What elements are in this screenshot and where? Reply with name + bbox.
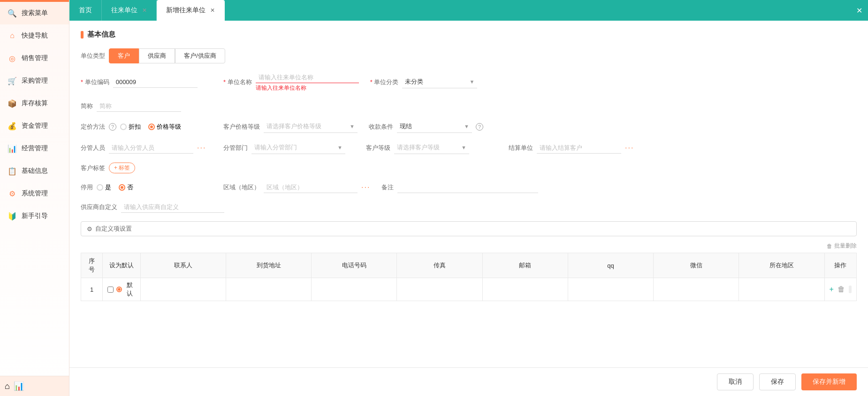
disabled-yes-radio[interactable]: 是 — [97, 183, 111, 192]
table-row: 1 默认 — [81, 278, 857, 301]
disabled-row: 停用 是 否 区域（地区） ··· 备注 — [81, 182, 857, 193]
sidebar-item-guide[interactable]: 🔰 新手引导 — [0, 205, 69, 227]
sidebar-item-quick-nav[interactable]: ⌂ 快捷导航 — [0, 24, 69, 47]
default-radio-cell[interactable]: 默认 — [116, 281, 135, 298]
sidebar-item-operations[interactable]: 📊 经营管理 — [0, 137, 69, 160]
cell-wechat[interactable] — [654, 278, 739, 301]
pricing-discount-circle — [120, 124, 127, 130]
unit-type-customer-btn[interactable]: 客户 — [109, 48, 139, 63]
manager-input[interactable] — [109, 142, 193, 154]
sidebar-item-purchase[interactable]: 🛒 采购管理 — [0, 70, 69, 92]
qq-input[interactable] — [573, 286, 648, 293]
sidebar-item-finance[interactable]: 💰 资金管理 — [0, 115, 69, 137]
delete-row-button[interactable]: 🗑 — [838, 285, 845, 294]
unit-category-select[interactable]: 未分类 ▼ — [402, 76, 477, 88]
unit-category-value: 未分类 — [405, 78, 423, 86]
sidebar-bottom-bars: 📊 — [14, 381, 24, 391]
cell-contact[interactable] — [140, 278, 226, 301]
short-name-input[interactable] — [97, 101, 181, 112]
tab-new-partner[interactable]: 新增往来单位 ✕ — [157, 0, 225, 21]
department-select[interactable]: 请输入分管部门 ▼ — [251, 141, 345, 154]
unit-type-row: 单位类型 客户 供应商 客户/供应商 — [81, 48, 857, 63]
close-all-button[interactable]: ✕ — [856, 6, 862, 15]
sidebar-item-basic-info[interactable]: 📋 基础信息 — [0, 160, 69, 182]
supplier-custom-row: 供应商自定义 — [81, 202, 857, 213]
settlement-input[interactable] — [537, 142, 621, 154]
custom-settings-button[interactable]: ⚙ 自定义项设置 — [81, 221, 857, 236]
sidebar-label-system: 系统管理 — [22, 189, 48, 198]
payment-terms-select[interactable]: 现结 ▼ — [397, 120, 472, 133]
short-name-group: 简称 — [81, 101, 212, 112]
customer-price-select[interactable]: 请选择客户价格等级 ▼ — [264, 120, 358, 133]
disabled-yes-circle — [97, 184, 103, 191]
payment-terms-label: 收款条件 — [369, 123, 393, 131]
supplier-custom-input[interactable] — [121, 202, 224, 213]
disabled-no-radio[interactable]: 否 — [119, 183, 133, 192]
settlement-more-btn[interactable]: ··· — [625, 144, 634, 152]
cancel-button[interactable]: 取消 — [717, 373, 754, 390]
customer-level-placeholder: 请选择客户等级 — [397, 143, 440, 152]
unit-type-group-container: 单位类型 客户 供应商 客户/供应商 — [81, 48, 225, 63]
remark-input[interactable] — [397, 182, 538, 193]
cell-phone[interactable] — [312, 278, 397, 301]
main-area: 首页 往来单位 ✕ 新增往来单位 ✕ ✕ 基本信息 单位类型 客户 供应商 客户… — [69, 0, 868, 396]
cell-default: 默认 — [103, 278, 140, 301]
unit-code-input[interactable] — [113, 77, 198, 88]
cell-address[interactable] — [226, 278, 312, 301]
unit-name-input[interactable] — [256, 72, 359, 83]
email-input[interactable] — [487, 286, 563, 293]
customer-level-select[interactable]: 请选择客户等级 ▼ — [394, 141, 469, 154]
pricing-help-icon[interactable]: ? — [109, 123, 116, 131]
department-arrow: ▼ — [337, 145, 343, 150]
cell-region[interactable] — [739, 278, 824, 301]
remark-label: 备注 — [381, 183, 394, 192]
pricing-level-radio[interactable]: 价格等级 — [148, 123, 181, 131]
fax-input[interactable] — [402, 286, 477, 293]
save-and-new-button[interactable]: 保存并新增 — [801, 373, 857, 390]
cell-fax[interactable] — [397, 278, 482, 301]
add-tag-button[interactable]: + 标签 — [109, 163, 135, 173]
address-input[interactable] — [231, 286, 306, 293]
customer-price-group: 客户价格等级 请选择客户价格等级 ▼ — [223, 120, 358, 133]
purchase-icon: 🛒 — [8, 76, 17, 85]
row-checkbox[interactable] — [107, 287, 114, 293]
supplier-custom-group: 供应商自定义 — [81, 202, 224, 213]
col-ops: 操作 — [824, 253, 856, 278]
contact-input[interactable] — [145, 286, 221, 293]
disabled-no-circle — [119, 184, 125, 191]
section-icon — [81, 31, 84, 39]
disabled-group: 停用 是 否 — [81, 183, 212, 192]
drag-handle[interactable] — [849, 286, 852, 293]
sidebar-item-sales[interactable]: ◎ 销售管理 — [0, 47, 69, 70]
quick-nav-icon: ⌂ — [8, 31, 17, 40]
sidebar-item-search[interactable]: 🔍 搜索菜单 — [0, 2, 69, 24]
tab-new-partner-close[interactable]: ✕ — [210, 7, 215, 14]
add-row-button[interactable]: + — [830, 285, 834, 294]
sidebar-item-inventory[interactable]: 📦 库存核算 — [0, 92, 69, 115]
tab-home-label: 首页 — [79, 6, 92, 15]
cell-qq[interactable] — [568, 278, 653, 301]
sidebar-item-system[interactable]: ⚙ 系统管理 — [0, 182, 69, 205]
pricing-discount-radio[interactable]: 折扣 — [120, 123, 141, 131]
payment-help-icon[interactable]: ? — [476, 123, 483, 131]
cell-email[interactable] — [482, 278, 568, 301]
tab-home[interactable]: 首页 — [69, 0, 102, 21]
disabled-no-label: 否 — [127, 183, 133, 192]
tab-partners[interactable]: 往来单位 ✕ — [102, 0, 157, 21]
customer-level-arrow: ▼ — [461, 145, 466, 150]
tab-partners-close[interactable]: ✕ — [142, 7, 147, 14]
unit-type-supplier-btn[interactable]: 供应商 — [139, 48, 175, 63]
phone-input[interactable] — [316, 286, 392, 293]
form-content: 基本信息 单位类型 客户 供应商 客户/供应商 单位编码 单位名称 — [69, 21, 868, 367]
wechat-input[interactable] — [658, 286, 734, 293]
region-more-btn[interactable]: ··· — [361, 183, 370, 192]
unit-type-both-btn[interactable]: 客户/供应商 — [175, 48, 225, 63]
region-input[interactable] — [264, 182, 358, 193]
batch-delete-button[interactable]: 🗑 批量删除 — [827, 242, 857, 250]
manager-more-btn[interactable]: ··· — [197, 144, 206, 152]
sidebar-label-inventory: 库存核算 — [22, 99, 48, 108]
system-icon: ⚙ — [8, 189, 17, 198]
tag-row: 客户标签 + 标签 — [81, 163, 857, 173]
row-region-input[interactable] — [744, 286, 819, 293]
save-button[interactable]: 保存 — [759, 373, 796, 390]
